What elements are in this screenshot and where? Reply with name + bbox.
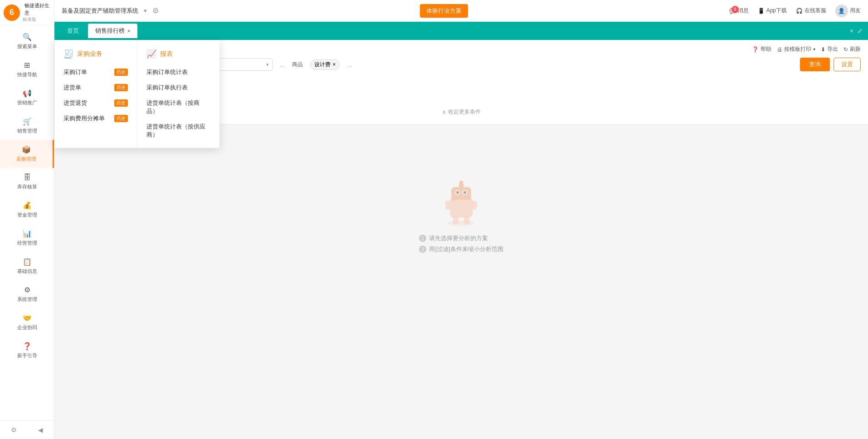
purchase-expense-item[interactable]: 采购费用分摊单 历史	[54, 111, 137, 126]
svg-rect-2	[445, 201, 451, 210]
guide-icon: ❓	[23, 342, 32, 350]
app-download-item[interactable]: 📱 App下载	[758, 7, 787, 15]
report-order-exec-item[interactable]: 采购订单执行表	[137, 80, 220, 95]
tab-bar-right: × ⤢	[850, 27, 863, 35]
report-header: 📈 报表	[137, 45, 220, 64]
voucher-status-select[interactable]	[218, 58, 273, 71]
app-download-label: App下载	[766, 7, 787, 15]
print-button[interactable]: 🖨 按模板打印 ▾	[777, 45, 815, 53]
sidebar-item-search[interactable]: 🔍 搜索菜单	[0, 27, 54, 55]
empty-illustration	[434, 174, 488, 229]
help-button[interactable]: ❓ 帮助	[752, 45, 771, 53]
sidebar-item-system[interactable]: ⚙ 系统管理	[0, 280, 54, 308]
window-maximize-icon[interactable]: ⤢	[857, 27, 863, 35]
collapse-sidebar-button[interactable]: ◀	[34, 424, 47, 435]
svg-rect-6	[451, 187, 471, 200]
sidebar-item-operation[interactable]: 📊 经营管理	[0, 224, 54, 252]
refresh-button[interactable]: ↻ 刷新	[844, 45, 861, 53]
sidebar-item-sales[interactable]: 🛒 销售管理	[0, 112, 54, 140]
svg-point-0	[448, 221, 475, 226]
headset-icon: 🎧	[796, 8, 803, 14]
report-receipt-supplier-item[interactable]: 进货单统计表（按供应商）	[137, 119, 220, 143]
goods-tag-text: 设计费	[314, 61, 331, 69]
purchase-order-history: 历史	[114, 69, 128, 76]
purchase-receipt-item[interactable]: 进货单 历史	[54, 80, 137, 95]
purchase-return-item[interactable]: 进货退货 历史	[54, 95, 137, 111]
sidebar-item-label: 基础信息	[17, 268, 37, 275]
dropdown-chevron-icon[interactable]: ▾	[144, 7, 147, 14]
messages-item[interactable]: 💬 9 消息	[729, 7, 749, 15]
tip-2-num: 2	[419, 246, 426, 253]
logo-text: 畅捷通好生意	[24, 2, 50, 16]
sidebar-item-label: 库存核算	[17, 183, 37, 190]
sidebar-item-capital[interactable]: 💰 资金管理	[0, 196, 54, 224]
phone-icon: 📱	[758, 8, 765, 14]
purchase-order-label: 采购订单	[63, 68, 87, 76]
report-col: 📈 报表 采购订单统计表 采购订单执行表 进货单统计表（按商品） 进货单统计表（…	[137, 40, 220, 148]
settings-button[interactable]: ⚙	[7, 424, 20, 435]
voucher-status-select-wrap	[218, 58, 273, 71]
logo-icon: 6	[4, 5, 20, 21]
tip-1-num: 1	[419, 235, 426, 242]
sidebar-item-label: 经营管理	[17, 240, 37, 247]
sidebar-item-label: 资金管理	[17, 212, 37, 218]
export-label: 导出	[827, 45, 838, 53]
sidebar-item-basic[interactable]: 📋 基础信息	[0, 252, 54, 280]
goods-label: 商品	[292, 61, 303, 69]
tab-close-icon[interactable]: ×	[127, 28, 130, 34]
purchase-order-item[interactable]: 采购订单 历史	[54, 64, 137, 80]
report-order-stat-item[interactable]: 采购订单统计表	[137, 64, 220, 80]
goods-tag[interactable]: 设计费 ×	[310, 59, 340, 70]
purchase-col: 🧾 采购业务 采购订单 历史 进货单 历史 进货退货 历史 采购费用分摊单 历史	[54, 40, 137, 148]
window-close-icon[interactable]: ×	[850, 27, 853, 35]
setting-button[interactable]: 设置	[834, 58, 861, 71]
tab-home[interactable]: 首页	[60, 24, 86, 38]
industry-button[interactable]: 体验行业方案	[420, 4, 468, 18]
collapse-icon: ∧	[442, 109, 446, 115]
capital-icon: 💰	[23, 201, 32, 210]
goods-tag-close-icon[interactable]: ×	[332, 61, 336, 68]
sidebar-item-quick-nav[interactable]: ⊞ 快捷导航	[0, 55, 54, 84]
topbar-left: 装备及固定资产辅助管理系统 ▾ ⚙	[62, 6, 159, 15]
sidebar-item-enterprise[interactable]: 🤝 企业协同	[0, 308, 54, 336]
sidebar-item-purchase[interactable]: 📦 采购管理	[0, 140, 54, 168]
messages-label: 消息	[738, 7, 749, 15]
sidebar-item-label: 快捷导航	[17, 71, 37, 78]
settings-icon[interactable]: ⚙	[152, 6, 159, 15]
home-icon: ⊞	[24, 61, 30, 69]
online-service-item[interactable]: 🎧 在线客服	[796, 7, 826, 15]
goods-dots: ...	[347, 61, 352, 68]
export-button[interactable]: ⬇ 导出	[821, 45, 838, 53]
topbar-right: 💬 9 消息 📱 App下载 🎧 在线客服 👤 用友	[729, 5, 861, 17]
avatar: 👤	[835, 5, 848, 17]
purchase-dropdown-menu: 🧾 采购业务 采购订单 历史 进货单 历史 进货退货 历史 采购费用分摊单 历史…	[54, 40, 219, 148]
sidebar-item-label: 新手引导	[17, 352, 37, 359]
tab-sales-rank[interactable]: 销售排行榜 ×	[88, 24, 137, 38]
inventory-icon: 🗄	[24, 173, 31, 182]
report-receipt-goods-label: 进货单统计表（按商品）	[146, 99, 211, 115]
sidebar-item-marketing[interactable]: 📢 营销推广	[0, 84, 54, 112]
messages-badge-wrap: 💬 9	[729, 8, 736, 14]
svg-rect-5	[464, 216, 469, 224]
report-order-stat-label: 采购订单统计表	[146, 68, 188, 76]
online-service-label: 在线客服	[805, 7, 826, 15]
operation-icon: 📊	[23, 229, 32, 238]
query-button[interactable]: 查询	[800, 58, 830, 71]
sidebar-item-guide[interactable]: ❓ 新手引导	[0, 336, 54, 365]
enterprise-icon: 🤝	[23, 314, 32, 322]
sidebar-item-label: 销售管理	[17, 128, 37, 134]
svg-point-9	[456, 191, 459, 194]
purchase-expense-history: 历史	[114, 115, 128, 122]
report-receipt-goods-item[interactable]: 进货单统计表（按商品）	[137, 95, 220, 119]
sales-icon: 🛒	[23, 117, 32, 126]
sidebar-item-label: 营销推广	[17, 99, 37, 106]
svg-rect-3	[472, 201, 477, 210]
message-badge: 9	[731, 6, 739, 13]
help-label: 帮助	[761, 45, 771, 53]
refresh-label: 刷新	[850, 45, 861, 53]
search-icon: 🔍	[23, 33, 32, 41]
tip-1-text: 请先选择要分析的方案	[429, 234, 488, 242]
tab-bar: 首页 销售排行榜 × × ⤢	[54, 22, 868, 40]
user-item[interactable]: 👤 用友	[835, 5, 861, 17]
sidebar-item-inventory[interactable]: 🗄 库存核算	[0, 168, 54, 196]
